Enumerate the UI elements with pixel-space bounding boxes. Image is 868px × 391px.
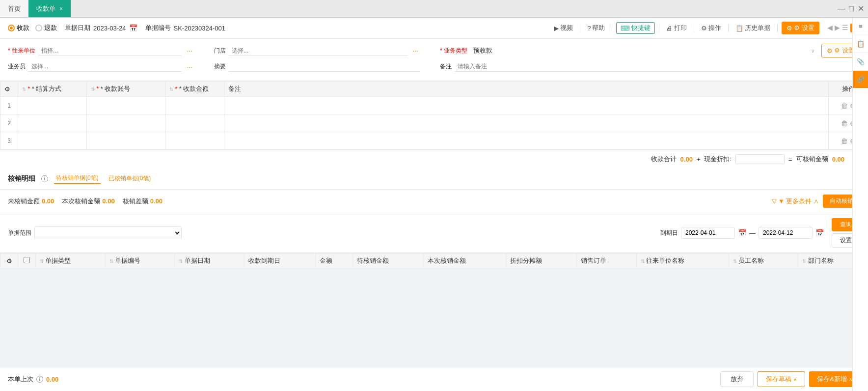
rcol-amount: 金额	[315, 253, 353, 269]
counterpart-input[interactable]	[38, 46, 182, 56]
divider-5	[728, 24, 729, 32]
row-3-account[interactable]	[87, 132, 165, 150]
sidebar-icon-1[interactable]: ≡	[853, 18, 868, 35]
rcol-staff: ⇅ 员工名称	[729, 253, 798, 269]
staff-more-btn[interactable]: ···	[185, 63, 194, 71]
row-2-amount[interactable]	[165, 114, 224, 132]
receipt-radio-label: 收款	[17, 24, 29, 32]
minimize-icon[interactable]: —	[837, 4, 845, 13]
row-1-delete-icon[interactable]: 🗑	[841, 102, 848, 110]
operate-btn[interactable]: ⚙ 操作	[698, 23, 724, 33]
row-1-settlement[interactable]	[18, 97, 87, 114]
staff-input[interactable]	[28, 61, 182, 72]
row-2-remark[interactable]	[224, 114, 829, 132]
date-from-input[interactable]	[681, 227, 735, 239]
range-select[interactable]	[34, 226, 182, 239]
rcol-date: ⇅ 单据日期	[175, 253, 244, 269]
help-btn[interactable]: ? 帮助	[584, 23, 608, 33]
settings-toolbar-icon: ⚙	[787, 25, 792, 32]
video-icon: ▶	[554, 25, 559, 32]
tab-done[interactable]: 已核销单据(0笔)	[107, 173, 153, 184]
refund-radio[interactable]: 退款	[35, 24, 57, 32]
row-3-delete-icon[interactable]: 🗑	[841, 137, 848, 145]
more-conditions-btn[interactable]: ▽ ▼ 更多条件 ∧	[772, 197, 819, 206]
discard-btn[interactable]: 放弃	[720, 371, 754, 387]
video-btn[interactable]: ▶ 视频	[551, 23, 576, 33]
plus-sign: +	[697, 156, 701, 163]
row-2-settlement[interactable]	[18, 114, 87, 132]
date-range-field: 到期日 📅 — 📅	[660, 227, 824, 239]
sidebar-icon-3[interactable]: 📎	[853, 53, 868, 71]
unchecked-value: 0.00	[42, 197, 54, 205]
select-all-checkbox[interactable]	[24, 257, 30, 263]
row-1-amount[interactable]	[165, 97, 224, 114]
sidebar-icon-4[interactable]: 🔗	[853, 71, 868, 88]
tab-current[interactable]: 收款单 ×	[28, 0, 71, 17]
counterpart-more-btn[interactable]: ···	[185, 47, 194, 55]
summary-input[interactable]	[229, 61, 420, 72]
form-row-1: * 往来单位 ··· 门店 ··· * 业务类型 预收款 ∨ ⚙ ⚙ 设置	[8, 44, 860, 57]
due-date-label: 到期日	[660, 229, 678, 237]
col-setting-header[interactable]: ⚙	[0, 82, 18, 97]
calendar-icon[interactable]: 📅	[129, 24, 137, 32]
history-btn[interactable]: 📋 历史单据	[732, 23, 773, 33]
unchecked-field: 未核销金额 0.00	[8, 197, 54, 206]
row-2-delete-icon[interactable]: 🗑	[841, 119, 848, 127]
tab-home[interactable]: 首页	[0, 0, 28, 17]
cal-to-icon[interactable]: 📅	[815, 229, 824, 237]
shop-more-btn[interactable]: ···	[410, 47, 420, 55]
reconcile-filter: 未核销金额 0.00 本次核销金额 0.00 核销差额 0.00 ▽ ▼ 更多条…	[0, 190, 868, 213]
save-draft-arrow: ∧	[793, 377, 797, 382]
help-icon: ?	[587, 25, 591, 32]
bottom-actions: 放弃 保存草稿 ∧ 保存&新增 ∧	[720, 371, 860, 387]
sidebar-icon-2-glyph: 📋	[857, 40, 865, 48]
shop-input[interactable]	[229, 46, 407, 56]
row-1-account[interactable]	[87, 97, 165, 114]
cal-from-icon[interactable]: 📅	[738, 229, 746, 237]
receipt-radio[interactable]: 收款	[8, 24, 29, 32]
date-value: 2023-03-24	[93, 25, 126, 32]
current-reconcile-field: 本次核销金额 0.00	[62, 197, 114, 206]
staff-label: 业务员	[8, 62, 26, 71]
row-3-amount[interactable]	[165, 132, 224, 150]
list-view-icon[interactable]: ☰	[842, 24, 848, 32]
operate-icon: ⚙	[701, 25, 707, 32]
save-draft-btn[interactable]: 保存草稿 ∧	[758, 371, 805, 387]
row-2-num: 2	[0, 114, 18, 132]
row-3-remark[interactable]	[224, 132, 829, 150]
tab-home-label: 首页	[8, 4, 21, 13]
biz-type-field: * 业务类型 预收款 ∨ ⚙ ⚙ 设置	[440, 44, 860, 57]
reconcile-info-icon[interactable]: ℹ	[41, 175, 48, 182]
rcol-pending: 待核销金额	[353, 253, 424, 269]
biz-type-arrow[interactable]: ∨	[807, 48, 818, 54]
bottom-label: 本单上次	[8, 375, 33, 384]
tab-close-icon[interactable]: ×	[59, 5, 63, 12]
row-1-remark[interactable]	[224, 97, 829, 114]
biz-type-value: 预收款	[473, 46, 492, 55]
sidebar-icon-2[interactable]: 📋	[853, 35, 868, 53]
rcol-check[interactable]	[18, 253, 36, 269]
nav-prev-icon[interactable]: ◀	[827, 24, 833, 32]
divider-1	[580, 24, 580, 32]
date-to-input[interactable]	[759, 227, 813, 239]
bottom-value: 0.00	[46, 376, 58, 383]
maximize-icon[interactable]: □	[849, 4, 854, 13]
col-account-header: ⇅ * * 收款账号	[87, 82, 165, 97]
remark-input[interactable]	[455, 61, 860, 72]
rcol-setting[interactable]: ⚙	[0, 253, 18, 269]
biz-type-label: * 业务类型	[440, 47, 467, 55]
shortcut-btn[interactable]: ⌨ 快捷键	[616, 22, 655, 34]
nav-next-icon[interactable]: ▶	[835, 24, 840, 32]
reconcile-title: 核销明细	[8, 174, 35, 183]
bottom-info-icon[interactable]: ℹ	[36, 376, 43, 383]
remark-label: 备注	[440, 62, 452, 71]
print-btn[interactable]: 🖨 打印	[663, 23, 690, 33]
tab-pending[interactable]: 待核销单据(0笔)	[54, 173, 101, 184]
row-2-account[interactable]	[87, 114, 165, 132]
row-3-settlement[interactable]	[18, 132, 87, 150]
refund-radio-label: 退款	[44, 24, 57, 32]
shortcut-icon: ⌨	[621, 25, 630, 32]
settings-toolbar-btn[interactable]: ⚙ ⚙ 设置	[782, 22, 819, 34]
close-window-icon[interactable]: ✕	[858, 4, 864, 13]
discount-input[interactable]	[735, 154, 785, 164]
